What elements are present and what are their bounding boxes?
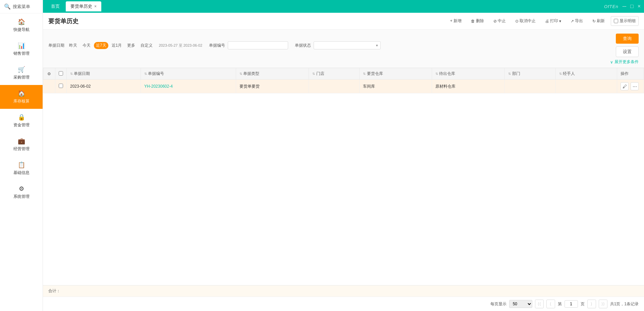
delete-icon: 🗑 xyxy=(471,19,475,24)
page-number-input[interactable] xyxy=(565,300,578,308)
prev-page-button[interactable]: ⟨ xyxy=(546,300,555,308)
doc-number-input[interactable] xyxy=(228,41,288,49)
date-filter-label: 单据日期 xyxy=(48,43,64,48)
td-handler xyxy=(555,80,617,93)
shortcut-7days[interactable]: 近7天 xyxy=(94,42,108,49)
td-req-warehouse: 车间库 xyxy=(360,80,432,93)
last-page-button[interactable]: ⟩⟩ xyxy=(599,300,607,308)
table-footer: 合计： xyxy=(43,285,644,297)
tab-bar: 首页 要货单历史 × OfTEn ─ □ × xyxy=(43,0,644,13)
table-body: 2023-06-02 YH-20230602-4 要货单要货 车间库 原材料仓库 xyxy=(43,80,644,93)
sort-icon: ⇅ xyxy=(312,72,315,76)
edit-action-button[interactable]: 🖊 xyxy=(621,82,629,90)
sidebar-search-label: 搜索菜单 xyxy=(13,4,30,10)
sidebar-item-quick-nav[interactable]: 🏠 快捷导航 xyxy=(0,13,43,37)
tab-bar-controls: OfTEn ─ □ × xyxy=(604,3,641,9)
new-button[interactable]: + 新增 xyxy=(447,16,465,26)
th-doc-type: ⇅ 单据类型 xyxy=(236,68,309,80)
briefcase-icon: 💼 xyxy=(18,137,25,145)
th-handler: ⇅ 经手人 xyxy=(555,68,617,80)
date-range-display: 2023-05-27 至 2023-06-02 xyxy=(159,43,202,48)
display-detail-toggle[interactable]: 显示明细 xyxy=(611,16,639,26)
sort-icon: ⇅ xyxy=(363,72,366,76)
sidebar-item-inventory[interactable]: 🏠 库存核算 xyxy=(0,85,43,109)
sidebar-item-label: 系统管理 xyxy=(13,194,30,199)
tab-active[interactable]: 要货单历史 × xyxy=(66,1,101,11)
page-title: 要货单历史 xyxy=(48,17,78,25)
sidebar-item-label: 库存核算 xyxy=(13,98,30,104)
cancel-stop-icon: ⊙ xyxy=(515,19,519,24)
shortcut-custom[interactable]: 自定义 xyxy=(139,42,155,49)
total-label: 合计： xyxy=(48,288,60,293)
lock-icon: 🔒 xyxy=(18,114,25,121)
shortcut-1month[interactable]: 近1月 xyxy=(110,42,124,49)
page-size-select[interactable]: 50 10 20 100 xyxy=(509,300,532,308)
tab-home-label: 首页 xyxy=(51,3,60,9)
stop-button[interactable]: ⊘ 中止 xyxy=(490,16,509,26)
sidebar-item-label: 快捷导航 xyxy=(13,27,30,33)
sidebar-item-finance[interactable]: 🔒 资金管理 xyxy=(0,109,43,133)
shortcut-more[interactable]: 更多 xyxy=(125,42,137,49)
sort-icon: ⇅ xyxy=(508,72,511,76)
cart-icon: 🛒 xyxy=(18,66,25,73)
th-settings[interactable]: ⚙ xyxy=(43,68,55,80)
home-icon: 🏠 xyxy=(18,18,25,26)
sort-icon: ⇅ xyxy=(144,72,147,76)
page-input-suffix: 页 xyxy=(581,301,585,307)
select-all-checkbox[interactable] xyxy=(59,71,63,76)
filter-row: 单据日期 昨天 今天 近7天 近1月 更多 自定义 2023-05-27 至 2… xyxy=(48,34,639,57)
sidebar-item-purchase[interactable]: 🛒 采购管理 xyxy=(0,61,43,85)
td-checkbox xyxy=(55,80,67,93)
sort-icon: ⇅ xyxy=(70,72,73,76)
sidebar-item-system[interactable]: ⚙ 系统管理 xyxy=(0,180,43,204)
expand-more-button[interactable]: ∨ 展开更多条件 xyxy=(610,59,639,65)
brand-label: OfTEn xyxy=(604,4,619,9)
doc-status-select[interactable] xyxy=(314,41,381,49)
next-page-button[interactable]: ⟩ xyxy=(587,300,596,308)
th-pending-warehouse: ⇅ 待出仓库 xyxy=(432,68,504,80)
sidebar-item-label: 资金管理 xyxy=(13,122,30,128)
sidebar-item-label: 销售管理 xyxy=(13,51,30,56)
doc-status-filter-group: 单据状态 xyxy=(295,41,381,49)
sort-icon: ⇅ xyxy=(435,72,438,76)
print-button[interactable]: 🖨 打印 ▾ xyxy=(542,16,565,26)
sidebar-search[interactable]: 🔍 搜索菜单 xyxy=(0,0,43,13)
delete-button[interactable]: 🗑 删除 xyxy=(468,16,487,26)
display-detail-checkbox[interactable] xyxy=(614,19,618,23)
shortcut-yesterday[interactable]: 昨天 xyxy=(67,42,79,49)
td-pending-warehouse: 原材料仓库 xyxy=(432,80,504,93)
export-icon: ↗ xyxy=(571,19,574,24)
sidebar-item-sales[interactable]: 📊 销售管理 xyxy=(0,37,43,61)
doc-no-link[interactable]: YH-20230602-4 xyxy=(144,84,173,89)
sidebar-item-basic-info[interactable]: 📋 基础信息 xyxy=(0,157,43,180)
window-maximize-icon[interactable]: □ xyxy=(630,3,634,9)
th-department: ⇅ 部门 xyxy=(505,68,555,80)
warehouse-icon: 🏠 xyxy=(18,90,25,97)
tab-home[interactable]: 首页 xyxy=(46,1,64,11)
tab-close-icon[interactable]: × xyxy=(94,4,97,9)
table-row: 2023-06-02 YH-20230602-4 要货单要货 车间库 原材料仓库 xyxy=(43,80,644,93)
more-action-button[interactable]: ⋯ xyxy=(631,82,639,90)
chevron-down-icon: ∨ xyxy=(610,60,613,64)
refresh-button[interactable]: ↻ 刷新 xyxy=(589,16,608,26)
shortcut-today[interactable]: 今天 xyxy=(80,42,93,49)
gear-icon: ⚙ xyxy=(19,185,24,192)
setting-button[interactable]: 设置 xyxy=(616,46,639,57)
cancel-stop-button[interactable]: ⊙ 取消中止 xyxy=(512,16,539,26)
export-button[interactable]: ↗ 导出 xyxy=(567,16,586,26)
filter-area: 单据日期 昨天 今天 近7天 近1月 更多 自定义 2023-05-27 至 2… xyxy=(43,30,644,68)
pagination: 每页显示 50 10 20 100 ⟨⟨ ⟨ 第 页 ⟩ ⟩⟩ 共1页，1条记录 xyxy=(43,297,644,311)
data-table: ⚙ ⇅ 单据日期 ⇅ 单据编号 ⇅ xyxy=(43,68,644,93)
first-page-button[interactable]: ⟨⟨ xyxy=(535,300,544,308)
sidebar-item-operations[interactable]: 💼 经营管理 xyxy=(0,133,43,157)
row-checkbox[interactable] xyxy=(59,84,63,88)
window-minimize-icon[interactable]: ─ xyxy=(623,3,626,9)
th-checkbox[interactable] xyxy=(55,68,67,80)
sort-icon: ⇅ xyxy=(239,72,242,76)
document-icon: 📋 xyxy=(18,161,25,169)
toolbar: 要货单历史 + 新增 🗑 删除 ⊘ 中止 ⊙ 取消中止 🖨 打印 ▾ xyxy=(43,13,644,30)
sidebar: 🔍 搜索菜单 🏠 快捷导航 📊 销售管理 🛒 采购管理 🏠 库存核算 🔒 资金管… xyxy=(0,0,43,311)
table-container: ⚙ ⇅ 单据日期 ⇅ 单据编号 ⇅ xyxy=(43,68,644,285)
window-close-icon[interactable]: × xyxy=(638,3,641,9)
query-button[interactable]: 查询 xyxy=(616,34,639,44)
